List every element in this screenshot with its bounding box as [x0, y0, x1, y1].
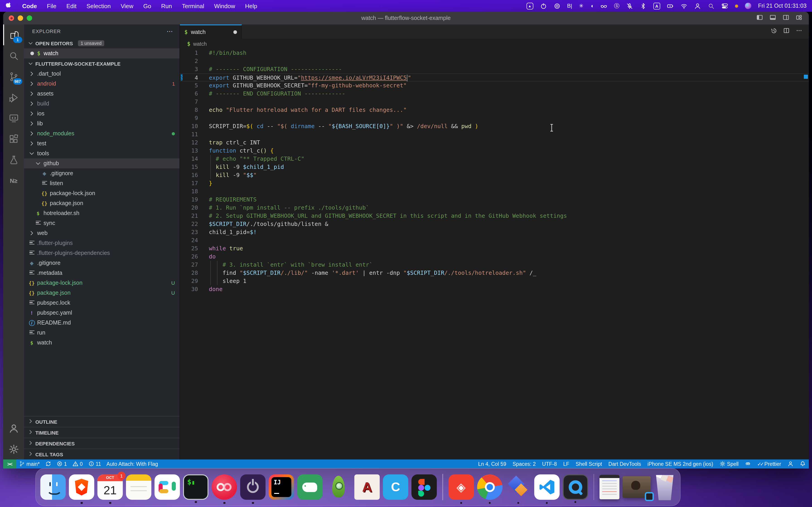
zoom-window-button[interactable]: [27, 15, 32, 21]
siri-icon[interactable]: [745, 3, 751, 9]
creative-cloud-icon[interactable]: [554, 2, 560, 9]
code-line-28[interactable]: 28 find "$SCRIPT_DIR/./lib/" -name '*.da…: [180, 269, 809, 277]
code-line-22[interactable]: 22$SCRIPT_DIR/./tools/github/listen &: [180, 220, 809, 228]
tree-item-.gitignore[interactable]: ◆.gitignore: [24, 168, 180, 178]
menu-item-go[interactable]: Go: [143, 2, 151, 9]
wifi-icon[interactable]: [680, 2, 688, 9]
history-icon[interactable]: [770, 27, 777, 36]
red-app-icon[interactable]: ◖: [590, 3, 594, 9]
code-line-11[interactable]: 11: [180, 130, 809, 138]
code-line-17[interactable]: 17}: [180, 179, 809, 187]
tree-item-package-lock.json[interactable]: {}package-lock.json: [24, 188, 180, 198]
feedback[interactable]: [784, 459, 797, 468]
tree-item-tools[interactable]: tools: [24, 149, 180, 159]
tree-item-test[interactable]: test: [24, 138, 180, 149]
remote-indicator[interactable]: ><: [3, 459, 16, 468]
dock-item-figma[interactable]: [411, 474, 437, 500]
auto-attach[interactable]: Auto Attach: With Flag: [104, 459, 161, 468]
tree-item-README.md[interactable]: iREADME.md: [24, 318, 180, 328]
notifications-bell[interactable]: [797, 459, 809, 468]
tree-item-pubspec.yaml[interactable]: !pubspec.yaml: [24, 308, 180, 318]
dock-item-calendar[interactable]: OCT211: [97, 474, 123, 500]
breadcrumb[interactable]: $ watch: [180, 39, 809, 49]
dart-devtools[interactable]: Dart DevTools: [605, 459, 644, 468]
spotlight-icon[interactable]: [708, 2, 715, 9]
code-line-27[interactable]: 27 # 3. install `entr` with `brew instal…: [180, 261, 809, 269]
dock-item-rocket-app[interactable]: [326, 474, 351, 500]
menu-item-code[interactable]: Code: [22, 2, 37, 9]
menu-item-view[interactable]: View: [121, 2, 134, 9]
tree-item-sync[interactable]: sync: [24, 218, 180, 228]
tree-item-pubspec.lock[interactable]: pubspec.lock: [24, 298, 180, 308]
menu-item-selection[interactable]: Selection: [87, 2, 111, 9]
tree-item-ios[interactable]: ios: [24, 109, 180, 119]
code-line-4[interactable]: 4export GITHUB_WEBHOOK_URL="https://smee…: [180, 73, 809, 81]
section-timeline[interactable]: TIMELINE: [24, 427, 180, 438]
tree-item-package.json[interactable]: {}package.json: [24, 198, 180, 208]
dock-item-window-preview-video[interactable]: [623, 476, 651, 498]
tree-item-watch[interactable]: $watch: [24, 338, 180, 348]
code-line-3[interactable]: 3# ------- CONFIGURATION ---------------: [180, 65, 809, 73]
language-mode[interactable]: Shell Script: [572, 459, 605, 468]
code-line-23[interactable]: 23child_1_pid=$!: [180, 228, 809, 236]
menu-item-run[interactable]: Run: [161, 2, 172, 9]
dock-item-authy[interactable]: [212, 474, 237, 500]
problems-info[interactable]: 11: [86, 459, 104, 468]
prettier[interactable]: ✓✓Prettier: [754, 459, 784, 468]
code-line-7[interactable]: 7: [180, 98, 809, 106]
close-window-button[interactable]: [9, 15, 14, 21]
code-line-2[interactable]: 2: [180, 57, 809, 65]
encoding-indicator[interactable]: UTF-8: [539, 459, 560, 468]
shield-app-icon[interactable]: ▲: [526, 2, 533, 9]
tree-item-package-lock.json[interactable]: {}package-lock.jsonU: [24, 278, 180, 288]
title-bar[interactable]: watch — flutterflow-socket-example: [3, 12, 809, 24]
tree-item-.flutter-plugins[interactable]: .flutter-plugins: [24, 238, 180, 248]
project-root-header[interactable]: FLUTTERFLOW-SOCKET-EXAMPLE: [24, 58, 180, 69]
tree-item-android[interactable]: android1: [24, 79, 180, 89]
code-line-13[interactable]: 13function ctrl_c() {: [180, 147, 809, 155]
tree-item-.metadata[interactable]: .metadata: [24, 268, 180, 278]
activity-testing[interactable]: [3, 150, 24, 170]
dock-item-vscode[interactable]: [534, 474, 559, 500]
dock-item-blue-diamond-app[interactable]: [505, 474, 531, 500]
toggle-sidebar-icon[interactable]: [756, 14, 763, 22]
account-icon[interactable]: [694, 2, 701, 9]
dock-item-slack[interactable]: [155, 474, 180, 500]
dock-item-red-diamond-app[interactable]: ◈: [448, 474, 474, 500]
code-line-16[interactable]: 16 kill -9 "$$": [180, 171, 809, 179]
eol-indicator[interactable]: LF: [560, 459, 572, 468]
code-line-14[interactable]: 14 # echo "** Trapped CTRL-C": [180, 155, 809, 163]
mic-muted-icon[interactable]: [626, 2, 633, 9]
tree-item-build[interactable]: build: [24, 99, 180, 109]
line-col-indicator[interactable]: Ln 4, Col 59: [475, 459, 509, 468]
code-line-25[interactable]: 25while true: [180, 244, 809, 252]
tree-item-assets[interactable]: assets: [24, 89, 180, 99]
activity-source-control[interactable]: 987: [3, 66, 24, 87]
code-line-26[interactable]: 26do: [180, 252, 809, 261]
code-line-5[interactable]: 5export GITHUB_WEBHOOK_SECRET="ff-my-git…: [180, 81, 809, 90]
sidebar-more-actions-icon[interactable]: ⋯: [166, 27, 173, 35]
apple-menu-icon[interactable]: [5, 2, 12, 10]
dock-item-terminal[interactable]: $: [183, 474, 208, 500]
tree-item-.dart_tool[interactable]: .dart_tool: [24, 69, 180, 79]
dock-item-notes[interactable]: [126, 474, 151, 500]
device-selector[interactable]: iPhone SE MS 2nd gen (ios): [644, 459, 716, 468]
minimize-window-button[interactable]: [18, 15, 23, 21]
dock-item-manatee-app[interactable]: [297, 474, 323, 500]
split-editor-icon[interactable]: [783, 27, 790, 36]
activity-extensions[interactable]: [3, 128, 24, 150]
activity-run-debug[interactable]: [3, 87, 24, 108]
tree-item-package.json[interactable]: {}package.jsonU: [24, 288, 180, 298]
glasses-icon[interactable]: [600, 2, 607, 9]
dock-item-autocad[interactable]: A: [354, 474, 380, 500]
snowflake-icon[interactable]: ✳: [579, 3, 583, 9]
menubar-clock[interactable]: Fri 21 Oct 01:31:03: [758, 3, 807, 9]
dock-item-intellij[interactable]: IJ: [269, 474, 294, 500]
tree-item-.flutter-plugins-dependencies[interactable]: .flutter-plugins-dependencies: [24, 248, 180, 258]
activity-remote-explorer[interactable]: [3, 108, 24, 128]
code-line-10[interactable]: 10SCRIPT_DIR=$( cd -- "$( dirname -- "${…: [180, 122, 809, 130]
code-line-19[interactable]: 19# REQUIREMENTS: [180, 195, 809, 204]
menu-item-help[interactable]: Help: [245, 2, 257, 9]
bettertouchtool-icon[interactable]: B|: [567, 3, 572, 9]
code-line-6[interactable]: 6# ------- END CONFIGURATION -----------…: [180, 90, 809, 98]
